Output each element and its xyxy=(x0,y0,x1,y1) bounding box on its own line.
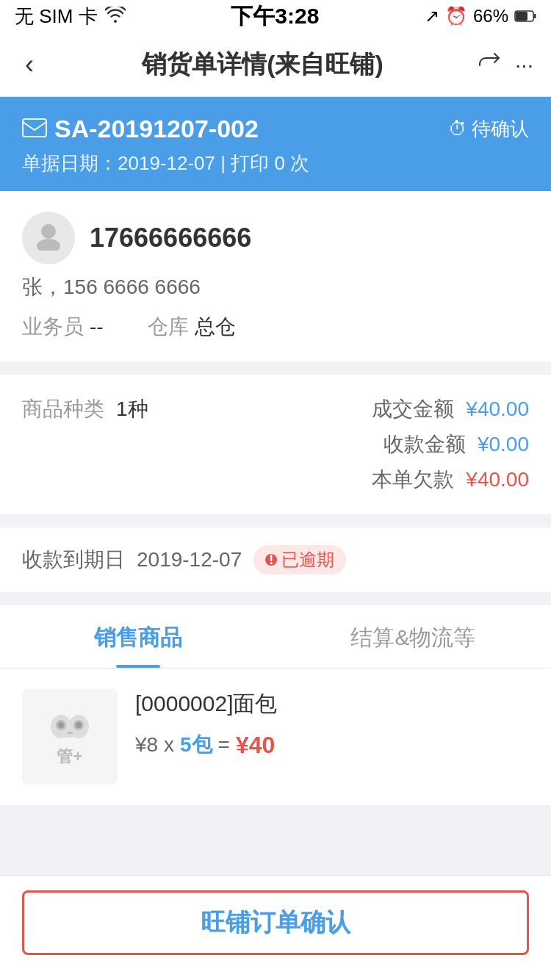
confirm-order-button[interactable]: 旺铺订单确认 xyxy=(22,890,529,955)
svg-rect-1 xyxy=(533,14,536,18)
nav-actions: ··· xyxy=(478,51,533,78)
product-name: [0000002]面包 xyxy=(135,689,529,719)
clock-icon: ⏱ xyxy=(448,118,467,140)
due-date-label: 收款到期日 xyxy=(22,546,125,574)
svg-point-11 xyxy=(76,722,82,728)
order-date: 单据日期：2019-12-07 | 打印 0 次 xyxy=(22,151,529,176)
product-image: 管+ xyxy=(22,689,118,785)
deal-amount-row: 成交金额 ¥40.00 xyxy=(372,395,529,423)
sales-meta: 业务员 -- xyxy=(22,313,104,341)
avatar-person-icon xyxy=(33,220,64,257)
warehouse-meta: 仓库 总仓 xyxy=(148,313,236,341)
receipt-amount-row: 收款金额 ¥0.00 xyxy=(383,430,529,458)
share-button[interactable] xyxy=(478,51,500,78)
receipt-amount-label: 收款金额 xyxy=(383,430,466,458)
status-right: ↗ ⏰ 66% xyxy=(425,6,536,26)
order-banner: SA-20191207-002 ⏱ 待确认 单据日期：2019-12-07 | … xyxy=(0,97,551,191)
svg-point-10 xyxy=(58,722,64,728)
battery-icon xyxy=(514,6,536,26)
amounts: 成交金额 ¥40.00 收款金额 ¥0.00 本单欠款 ¥40.00 xyxy=(372,395,529,494)
location-icon: ↗ xyxy=(425,6,439,26)
balance-value: ¥40.00 xyxy=(466,468,529,491)
more-button[interactable]: ··· xyxy=(515,52,533,77)
order-status: ⏱ 待确认 xyxy=(448,116,529,142)
warehouse-value: 总仓 xyxy=(195,313,236,341)
tab-sales-goods[interactable]: 销售商品 xyxy=(0,605,276,668)
customer-name: 张，156 6666 6666 xyxy=(22,273,529,301)
status-left: 无 SIM 卡 xyxy=(15,4,126,29)
tab-settlement[interactable]: 结算&物流等 xyxy=(276,605,551,668)
balance-label: 本单欠款 xyxy=(372,466,454,494)
deal-amount-label: 成交金额 xyxy=(372,395,454,423)
goods-type-label: 商品种类 xyxy=(22,395,104,423)
warehouse-label: 仓库 xyxy=(148,313,189,341)
product-info: [0000002]面包 ¥8 x 5包 = ¥40 xyxy=(135,689,529,759)
overdue-icon: ! xyxy=(265,554,277,566)
wifi-icon xyxy=(105,5,126,28)
summary-section: 商品种类 1种 成交金额 ¥40.00 收款金额 ¥0.00 本单欠款 ¥40.… xyxy=(0,375,551,514)
page-title: 销货单详情(来自旺铺) xyxy=(47,48,478,82)
order-id: SA-20191207-002 xyxy=(22,115,259,143)
goods-type-value: 1种 xyxy=(116,395,148,423)
overdue-text: 已逾期 xyxy=(281,548,334,572)
customer-phone: 17666666666 xyxy=(90,223,251,253)
product-equals: = xyxy=(218,733,230,757)
order-id-text: SA-20191207-002 xyxy=(54,115,259,143)
svg-point-4 xyxy=(41,224,56,239)
svg-rect-3 xyxy=(23,119,46,137)
sales-label: 业务员 xyxy=(22,313,84,341)
battery-text: 66% xyxy=(473,6,508,26)
product-section: 管+ [0000002]面包 ¥8 x 5包 = ¥40 xyxy=(0,669,551,805)
tabs-container: 销售商品 结算&物流等 xyxy=(0,605,551,669)
sales-value: -- xyxy=(90,315,104,339)
order-status-text: 待确认 xyxy=(472,116,529,142)
svg-point-5 xyxy=(37,239,60,251)
mail-icon xyxy=(22,115,47,143)
product-total: ¥40 xyxy=(236,732,275,759)
due-date-section: 收款到期日 2019-12-07 ! 已逾期 xyxy=(0,527,551,592)
due-date-value: 2019-12-07 xyxy=(137,548,242,572)
product-price: ¥8 x xyxy=(135,733,174,757)
customer-meta: 业务员 -- 仓库 总仓 xyxy=(22,313,529,341)
carrier-text: 无 SIM 卡 xyxy=(15,4,98,29)
product-logo-text: 管+ xyxy=(57,746,84,768)
overdue-badge: ! 已逾期 xyxy=(253,545,346,574)
nav-bar: ‹ 销货单详情(来自旺铺) ··· xyxy=(0,32,551,97)
back-button[interactable]: ‹ xyxy=(18,42,41,87)
product-logo: 管+ xyxy=(40,706,99,768)
alarm-icon: ⏰ xyxy=(445,6,467,26)
svg-rect-2 xyxy=(516,12,527,21)
confirm-order-label: 旺铺订单确认 xyxy=(201,906,350,940)
receipt-amount-value: ¥0.00 xyxy=(478,433,529,456)
customer-avatar xyxy=(22,212,75,264)
bottom-btn-area: 旺铺订单确认 xyxy=(0,875,551,980)
status-time: 下午3:28 xyxy=(231,1,319,32)
goods-type: 商品种类 1种 xyxy=(22,395,148,423)
product-quantity: 5包 xyxy=(180,731,212,759)
balance-row: 本单欠款 ¥40.00 xyxy=(372,466,529,494)
deal-amount-value: ¥40.00 xyxy=(466,397,529,421)
customer-section: 17666666666 张，156 6666 6666 业务员 -- 仓库 总仓 xyxy=(0,191,551,361)
product-item: 管+ [0000002]面包 ¥8 x 5包 = ¥40 xyxy=(22,689,529,785)
product-price-row: ¥8 x 5包 = ¥40 xyxy=(135,731,529,759)
status-bar: 无 SIM 卡 下午3:28 ↗ ⏰ 66% xyxy=(0,0,551,32)
